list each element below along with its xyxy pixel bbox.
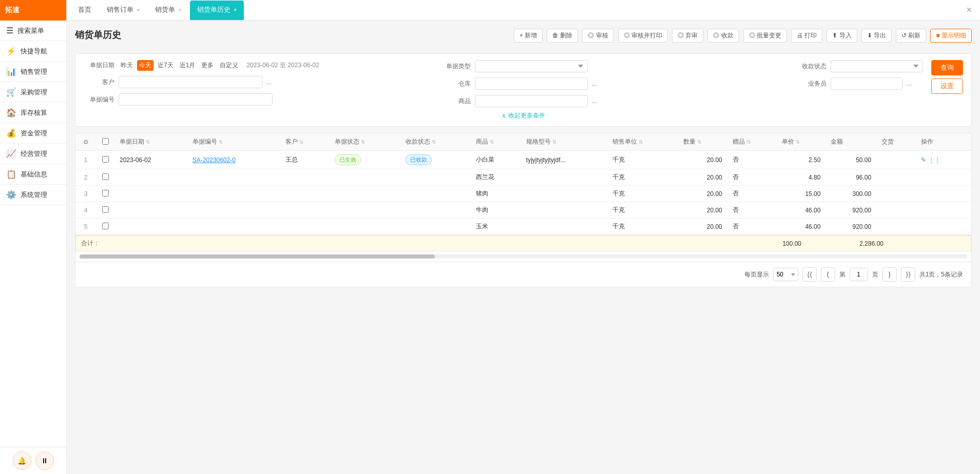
date-shortcut-more[interactable]: 更多: [199, 60, 216, 71]
th-doc-date[interactable]: 单据日期 ⇅: [114, 133, 187, 151]
goods-select-btn[interactable]: ...: [592, 97, 597, 105]
warehouse-select-btn[interactable]: ...: [592, 80, 597, 87]
sort-doc-number[interactable]: 单据编号 ⇅: [193, 137, 223, 146]
staff-select-btn[interactable]: ...: [907, 80, 912, 87]
th-gift[interactable]: 赠品 ⇅: [727, 133, 777, 151]
sort-goods[interactable]: 商品 ⇅: [476, 137, 494, 146]
warehouse-input[interactable]: [475, 77, 588, 90]
tab-home[interactable]: 首页: [71, 1, 99, 20]
tab-sales-history[interactable]: 销货单历史 ×: [190, 1, 244, 20]
sidebar-item-basic-info[interactable]: 📋 基础信息: [0, 164, 66, 185]
row-checkbox[interactable]: [102, 156, 109, 163]
display-detail-button[interactable]: ■ 显示明细: [930, 29, 972, 43]
cell-checkbox[interactable]: [96, 151, 114, 169]
sidebar-item-sys-mgmt[interactable]: ⚙️ 系统管理: [0, 185, 66, 205]
sort-gift-icon: ⇅: [746, 139, 751, 145]
tab-sales-invoice[interactable]: 销货单 ×: [148, 1, 188, 20]
th-unit[interactable]: 销售单位 ⇅: [607, 133, 678, 151]
th-spec[interactable]: 规格型号 ⇅: [521, 133, 607, 151]
page-first-btn[interactable]: ⟨⟨: [802, 267, 817, 282]
docnum-input[interactable]: [119, 93, 273, 106]
date-shortcut-today[interactable]: 今天: [137, 60, 153, 71]
query-button[interactable]: 查询: [931, 60, 963, 75]
sidebar-item-finance[interactable]: 💰 资金管理: [0, 123, 66, 144]
more-op-btn[interactable]: ⋮⋮: [928, 156, 940, 164]
cell-checkbox[interactable]: [96, 219, 114, 235]
date-shortcut-1month[interactable]: 近1月: [178, 60, 198, 71]
cell-checkbox[interactable]: [96, 186, 114, 202]
row-checkbox[interactable]: [102, 223, 109, 229]
page-number-input[interactable]: [850, 268, 868, 281]
sidebar-item-operations[interactable]: 📈 经营管理: [0, 144, 66, 164]
sidebar-item-inventory[interactable]: 🏠 库存核算: [0, 103, 66, 123]
delete-button[interactable]: 🗑 删除: [547, 29, 578, 43]
sort-spec[interactable]: 规格型号 ⇅: [526, 137, 556, 146]
cell-spec: tyjyjtyjtyjtyjdf...: [521, 151, 607, 169]
sidebar-item-sales-mgmt[interactable]: 📊 销售管理: [0, 62, 66, 82]
cell-checkbox[interactable]: [96, 169, 114, 186]
th-qty[interactable]: 数量 ⇅: [678, 133, 727, 151]
staff-filter-label: 业务员: [796, 80, 827, 88]
sort-gift[interactable]: 赠品 ⇅: [733, 137, 751, 146]
date-shortcut-custom[interactable]: 自定义: [218, 60, 240, 71]
export-button[interactable]: ⬇ 导出: [861, 29, 892, 43]
doctype-select[interactable]: [475, 60, 588, 72]
settings-icon[interactable]: ⚙: [83, 139, 89, 146]
tab-sales-order-close[interactable]: ×: [137, 7, 140, 13]
th-settings[interactable]: ⚙: [75, 133, 96, 151]
scrollbar-thumb[interactable]: [80, 254, 435, 259]
sort-unit[interactable]: 销售单位 ⇅: [612, 137, 643, 146]
sidebar-pause-btn[interactable]: ⏸: [35, 451, 54, 470]
audit-print-button[interactable]: ◎ 审核并打印: [618, 29, 668, 43]
collapse-filter-btn[interactable]: ∧ 收起更多条件: [84, 111, 963, 120]
th-receive-status[interactable]: 收款状态 ⇅: [400, 133, 471, 151]
sidebar-notify-btn[interactable]: 🔔: [13, 451, 31, 470]
receive-button[interactable]: ◎ 收款: [707, 29, 739, 43]
customer-input[interactable]: [119, 76, 262, 88]
print-button[interactable]: 🖨 打印: [791, 29, 822, 43]
tab-close-all-btn[interactable]: ×: [962, 5, 976, 15]
horizontal-scrollbar[interactable]: [80, 254, 967, 259]
staff-input[interactable]: [831, 77, 902, 90]
th-doc-number[interactable]: 单据编号 ⇅: [187, 133, 280, 151]
tab-sales-invoice-close[interactable]: ×: [178, 7, 181, 13]
receivestatus-select[interactable]: [831, 60, 923, 72]
sidebar-item-search-menu[interactable]: ☰ 搜索菜单: [0, 21, 66, 41]
row-checkbox[interactable]: [102, 190, 109, 196]
page-next-btn[interactable]: ⟩: [882, 267, 897, 282]
sort-customer[interactable]: 客户 ⇅: [285, 137, 303, 146]
refresh-button[interactable]: ↺ 刷新: [896, 29, 926, 43]
select-all-checkbox[interactable]: [102, 138, 109, 145]
th-price[interactable]: 单价 ⇅: [777, 133, 826, 151]
date-shortcut-yesterday[interactable]: 昨天: [119, 60, 135, 71]
row-checkbox[interactable]: [102, 173, 109, 180]
cell-checkbox[interactable]: [96, 202, 114, 219]
sort-receive-status[interactable]: 收款状态 ⇅: [406, 137, 436, 146]
date-shortcut-7days[interactable]: 近7天: [156, 60, 176, 71]
doc-number-link[interactable]: SA-20230602-0: [193, 156, 236, 164]
goods-input[interactable]: [475, 95, 588, 107]
sort-doc-date[interactable]: 单据日期 ⇅: [120, 137, 150, 146]
tab-sales-order[interactable]: 销售订单 ×: [100, 1, 147, 20]
abandon-button[interactable]: ◎ 弃审: [672, 29, 703, 43]
row-checkbox[interactable]: [102, 206, 109, 213]
audit-button[interactable]: ◎ 审核: [582, 29, 613, 43]
customer-select-btn[interactable]: ...: [266, 78, 272, 86]
th-doc-status[interactable]: 单据状态 ⇅: [330, 133, 400, 151]
add-button[interactable]: + 新增: [514, 29, 543, 43]
th-goods[interactable]: 商品 ⇅: [471, 133, 521, 151]
batch-change-button[interactable]: ◎ 批量变更: [743, 29, 787, 43]
page-last-btn[interactable]: ⟩⟩: [901, 267, 915, 282]
sidebar-item-purchase-mgmt[interactable]: 🛒 采购管理: [0, 82, 66, 103]
set-button[interactable]: 设置: [931, 78, 963, 94]
page-prev-btn[interactable]: ⟨: [821, 267, 835, 282]
per-page-select[interactable]: 50 100: [773, 268, 798, 281]
import-button[interactable]: ⬆ 导入: [827, 29, 857, 43]
edit-op-btn[interactable]: ✎: [921, 156, 926, 164]
sort-doc-status[interactable]: 单据状态 ⇅: [335, 137, 365, 146]
sort-price[interactable]: 单价 ⇅: [782, 137, 800, 146]
tab-sales-history-close[interactable]: ×: [234, 7, 237, 13]
sort-qty[interactable]: 数量 ⇅: [683, 137, 701, 146]
sidebar-item-quick-nav[interactable]: ⚡ 快捷导航: [0, 41, 66, 62]
th-customer[interactable]: 客户 ⇅: [280, 133, 330, 151]
